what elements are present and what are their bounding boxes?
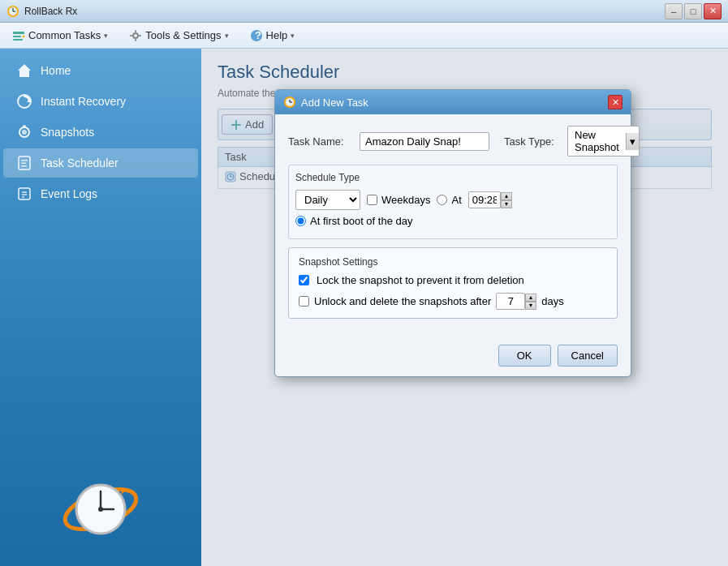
add-new-task-dialog: Add New Task ✕ Task Name: Task Type: New — [274, 89, 631, 377]
at-radio-label[interactable]: At — [437, 194, 461, 206]
weekdays-label: Weekdays — [381, 194, 430, 206]
sidebar: Home Instant Recovery Snapshots — [0, 49, 201, 566]
svg-rect-10 — [135, 39, 136, 41]
menu-help-arrow: ▾ — [291, 32, 295, 40]
weekdays-checkbox[interactable] — [367, 195, 377, 205]
schedule-section: Schedule Type Daily Weekly Monthly Once — [288, 165, 618, 239]
menu-tools-settings-label: Tools & Settings — [145, 29, 221, 41]
tools-icon — [129, 29, 142, 42]
svg-rect-9 — [135, 30, 136, 32]
time-input[interactable] — [468, 191, 501, 208]
at-first-boot-row: At first boot of the day — [295, 215, 610, 227]
unlock-delete-checkbox[interactable] — [299, 296, 309, 307]
tasks-icon — [12, 29, 25, 42]
at-first-boot-label: At first boot of the day — [310, 215, 412, 227]
svg-rect-5 — [13, 36, 21, 37]
dialog-title-text: Add New Task — [283, 96, 368, 109]
menu-common-tasks-arrow: ▾ — [104, 32, 108, 40]
menu-bar: Common Tasks ▾ Tools & Settings ▾ ? Help… — [0, 23, 728, 49]
days-spinbox: ▴ ▾ — [496, 293, 536, 310]
svg-point-8 — [133, 33, 138, 38]
menu-tools-settings[interactable]: Tools & Settings ▾ — [120, 25, 237, 46]
eventlogs-icon — [16, 186, 32, 202]
menu-help-label: Help — [266, 29, 288, 41]
app-icon — [6, 5, 19, 18]
window-controls: – □ ✕ — [665, 3, 722, 19]
logo-svg — [60, 469, 141, 550]
app-logo — [0, 469, 201, 566]
cancel-button[interactable]: Cancel — [558, 345, 618, 367]
sidebar-item-event-logs[interactable]: Event Logs — [3, 179, 198, 208]
snapshots-icon — [16, 124, 32, 140]
svg-rect-24 — [21, 165, 27, 167]
content-area: Task Scheduler Automate the process of t… — [201, 49, 728, 566]
sidebar-event-logs-label: Event Logs — [41, 187, 97, 200]
dialog-title-label: Add New Task — [301, 96, 368, 109]
dialog-footer: OK Cancel — [275, 338, 631, 376]
unlock-delete-text: Unlock and delete the snapshots after — [314, 295, 491, 307]
svg-rect-22 — [21, 160, 28, 161]
task-name-label: Task Name: — [288, 135, 353, 148]
svg-rect-12 — [139, 35, 141, 36]
svg-rect-11 — [130, 35, 132, 36]
sidebar-item-snapshots[interactable]: Snapshots — [3, 118, 198, 147]
maximize-button[interactable]: □ — [684, 3, 702, 19]
lock-snapshot-checkbox[interactable] — [299, 275, 309, 285]
lock-snapshot-text: Lock the snapshot to prevent it from del… — [317, 274, 524, 286]
sidebar-item-task-scheduler[interactable]: Task Scheduler — [3, 148, 198, 178]
svg-point-35 — [98, 507, 103, 512]
menu-tools-arrow: ▾ — [225, 32, 229, 40]
at-label: At — [451, 194, 461, 206]
svg-point-20 — [23, 125, 26, 128]
content-inner: Task Scheduler Automate the process of t… — [201, 49, 728, 566]
days-input[interactable] — [496, 293, 525, 310]
days-up-button[interactable]: ▴ — [525, 294, 536, 302]
svg-marker-15 — [18, 64, 31, 77]
ok-button[interactable]: OK — [498, 345, 551, 367]
sidebar-item-home[interactable]: Home — [3, 56, 198, 85]
task-name-row: Task Name: Task Type: New Snapshot ▾ — [288, 126, 618, 157]
time-spinbox: ▴ ▾ — [468, 191, 512, 208]
at-first-boot-radio-label[interactable]: At first boot of the day — [295, 215, 412, 227]
lock-snapshot-label[interactable]: Lock the snapshot to prevent it from del… — [299, 274, 607, 286]
menu-common-tasks-label: Common Tasks — [28, 29, 101, 41]
days-label: days — [541, 295, 563, 307]
svg-rect-6 — [13, 39, 23, 41]
menu-help[interactable]: ? Help ▾ — [241, 25, 304, 46]
help-icon: ? — [250, 29, 263, 42]
days-down-button[interactable]: ▾ — [525, 302, 536, 310]
dialog-body: Task Name: Task Type: New Snapshot ▾ Sch… — [275, 114, 631, 338]
svg-rect-25 — [19, 188, 30, 199]
schedule-row: Daily Weekly Monthly Once Weekdays — [295, 190, 610, 210]
svg-point-19 — [22, 130, 27, 135]
schedule-type-select[interactable]: Daily Weekly Monthly Once — [295, 190, 360, 210]
sidebar-item-instant-recovery[interactable]: Instant Recovery — [3, 87, 198, 116]
snapshot-settings-section: Snapshot Settings Lock the snapshot to p… — [288, 247, 618, 319]
at-first-boot-radio[interactable] — [295, 216, 306, 226]
minimize-button[interactable]: – — [665, 3, 683, 19]
time-down-button[interactable]: ▾ — [501, 200, 512, 208]
days-spinbox-buttons: ▴ ▾ — [525, 294, 536, 310]
svg-rect-23 — [21, 163, 26, 165]
at-radio[interactable] — [437, 195, 447, 205]
close-button[interactable]: ✕ — [704, 3, 722, 19]
weekdays-checkbox-label[interactable]: Weekdays — [367, 194, 430, 206]
dialog-close-button[interactable]: ✕ — [608, 95, 622, 109]
task-icon — [16, 155, 32, 171]
task-name-input[interactable] — [360, 132, 489, 151]
time-up-button[interactable]: ▴ — [501, 192, 512, 200]
dialog-title-bar: Add New Task ✕ — [275, 90, 631, 114]
task-type-value: New Snapshot — [568, 126, 626, 156]
recovery-icon — [16, 93, 32, 109]
sidebar-snapshots-label: Snapshots — [41, 126, 94, 139]
task-type-label: Task Type: — [504, 135, 561, 148]
unlock-delete-row: Unlock and delete the snapshots after ▴ … — [299, 293, 607, 310]
menu-common-tasks[interactable]: Common Tasks ▾ — [3, 25, 117, 46]
time-spinbox-buttons: ▴ ▾ — [501, 192, 512, 208]
svg-rect-4 — [13, 32, 24, 34]
sidebar-instant-recovery-label: Instant Recovery — [41, 95, 126, 108]
main-layout: Home Instant Recovery Snapshots — [0, 49, 728, 566]
app-title: RollBack Rx — [24, 6, 77, 17]
svg-text:?: ? — [255, 29, 261, 41]
task-type-dropdown-btn[interactable]: ▾ — [626, 133, 639, 150]
